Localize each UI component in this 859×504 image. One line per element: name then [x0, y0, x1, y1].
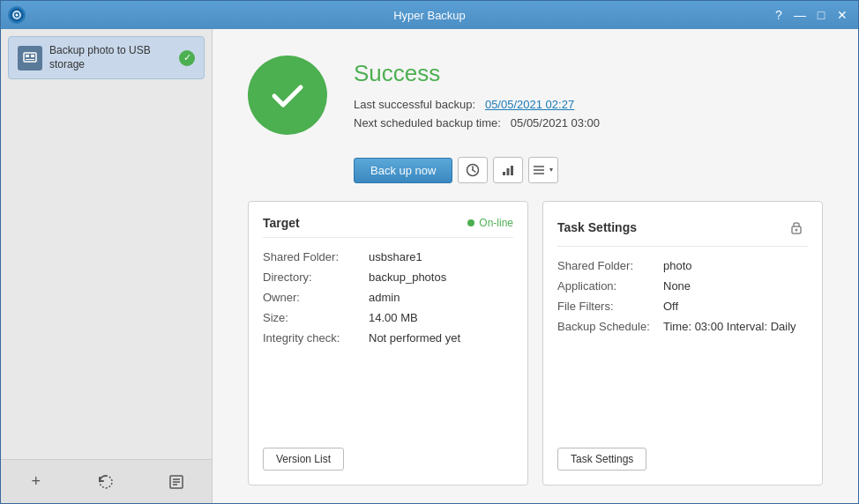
svg-point-22: [796, 229, 798, 232]
task-panel-title: Task Settings: [557, 220, 637, 234]
target-size-row: Size: 14.00 MB: [263, 311, 513, 324]
success-indicator: [248, 56, 327, 135]
stats-button[interactable]: [493, 157, 523, 183]
target-integrity-value: Not performed yet: [369, 331, 460, 345]
target-panel-footer: Version List: [263, 437, 513, 471]
svg-rect-4: [26, 55, 29, 57]
task-panel-footer: Task Settings: [557, 437, 808, 471]
target-size-value: 14.00 MB: [369, 311, 418, 324]
task-shared-folder-value: photo: [663, 259, 692, 272]
svg-marker-20: [549, 168, 553, 172]
backup-now-button[interactable]: Back up now: [354, 158, 452, 183]
task-panel-header: Task Settings: [557, 216, 808, 247]
target-panel-header: Target On-line: [263, 216, 513, 238]
status-info: Success Last successful backup: 05/05/20…: [354, 56, 600, 135]
next-backup-line: Next scheduled backup time: 05/05/2021 0…: [354, 116, 600, 130]
main-content: Backup photo to USB storage ✓ +: [1, 29, 858, 503]
task-filters-row: File Filters: Off: [557, 300, 808, 313]
target-owner-label: Owner:: [263, 291, 369, 304]
status-title: Success: [354, 60, 600, 87]
target-directory-value: backup_photos: [369, 271, 446, 284]
maximize-button[interactable]: □: [812, 6, 830, 24]
titlebar-left: [8, 6, 26, 24]
sidebar-item-label: Backup photo to USB storage: [49, 44, 172, 71]
sidebar: Backup photo to USB storage ✓ +: [1, 29, 213, 503]
target-shared-folder-row: Shared Folder: usbshare1: [263, 250, 513, 263]
target-owner-value: admin: [369, 291, 400, 304]
titlebar: Hyper Backup ? — □ ✕: [1, 1, 858, 29]
app-window: Hyper Backup ? — □ ✕: [0, 0, 859, 504]
task-schedule-label: Backup Schedule:: [557, 320, 663, 333]
panels: Target On-line Shared Folder: usbshare1 …: [248, 201, 823, 485]
task-filters-label: File Filters:: [557, 300, 663, 313]
task-settings-button[interactable]: Task Settings: [557, 448, 646, 471]
svg-point-2: [16, 14, 19, 17]
last-backup-line: Last successful backup: 05/05/2021 02:27: [354, 98, 600, 111]
titlebar-controls: ? — □ ✕: [770, 6, 851, 24]
action-bar: Back up now: [354, 157, 823, 183]
version-list-button[interactable]: Version List: [263, 448, 344, 471]
close-button[interactable]: ✕: [833, 6, 851, 24]
task-schedule-row: Backup Schedule: Time: 03:00 Interval: D…: [557, 320, 808, 333]
target-shared-folder-value: usbshare1: [369, 250, 422, 263]
task-application-value: None: [663, 279, 691, 293]
log-button[interactable]: [161, 466, 192, 498]
task-shared-folder-row: Shared Folder: photo: [557, 259, 808, 272]
history-button[interactable]: [458, 157, 488, 183]
target-integrity-row: Integrity check: Not performed yet: [263, 331, 513, 345]
task-shared-folder-label: Shared Folder:: [557, 259, 663, 272]
app-icon: [8, 6, 26, 24]
target-integrity-label: Integrity check:: [263, 331, 369, 345]
backup-item-icon: [18, 46, 42, 70]
help-button[interactable]: ?: [770, 6, 788, 24]
sidebar-footer: +: [1, 459, 212, 503]
lock-icon: [785, 216, 808, 239]
svg-rect-16: [511, 166, 513, 175]
last-backup-label: Last successful backup:: [354, 98, 475, 111]
last-backup-link[interactable]: 05/05/2021 02:27: [485, 98, 574, 111]
target-panel-title: Target: [263, 216, 300, 230]
task-schedule-value: Time: 03:00 Interval: Daily: [663, 320, 796, 333]
svg-line-13: [473, 170, 475, 172]
target-directory-row: Directory: backup_photos: [263, 271, 513, 284]
minimize-button[interactable]: —: [791, 6, 809, 24]
status-section: Success Last successful backup: 05/05/20…: [248, 56, 823, 135]
svg-rect-6: [26, 59, 34, 60]
svg-rect-5: [31, 55, 34, 57]
add-task-button[interactable]: +: [20, 466, 52, 498]
sidebar-items: Backup photo to USB storage ✓: [1, 29, 212, 459]
restore-button[interactable]: [90, 466, 122, 498]
menu-button[interactable]: [528, 157, 558, 183]
online-status-label: On-line: [479, 217, 513, 229]
task-filters-value: Off: [663, 300, 678, 313]
window-title: Hyper Backup: [393, 9, 466, 22]
sidebar-item-check: ✓: [179, 50, 195, 66]
next-backup-value: 05/05/2021 03:00: [511, 116, 600, 130]
online-dot: [467, 219, 474, 226]
target-panel: Target On-line Shared Folder: usbshare1 …: [248, 201, 528, 485]
task-application-row: Application: None: [557, 279, 808, 293]
task-application-label: Application:: [557, 279, 663, 293]
task-panel: Task Settings Shared Folder: photo: [542, 201, 823, 485]
svg-rect-15: [507, 168, 510, 175]
svg-rect-14: [503, 172, 505, 175]
target-shared-folder-label: Shared Folder:: [263, 250, 369, 263]
target-directory-label: Directory:: [263, 271, 369, 284]
content-area: Success Last successful backup: 05/05/20…: [213, 29, 858, 503]
next-backup-label: Next scheduled backup time:: [354, 116, 501, 130]
target-owner-row: Owner: admin: [263, 291, 513, 304]
target-size-label: Size:: [263, 311, 369, 324]
online-status-badge: On-line: [467, 217, 513, 229]
sidebar-item-backup[interactable]: Backup photo to USB storage ✓: [8, 36, 205, 79]
